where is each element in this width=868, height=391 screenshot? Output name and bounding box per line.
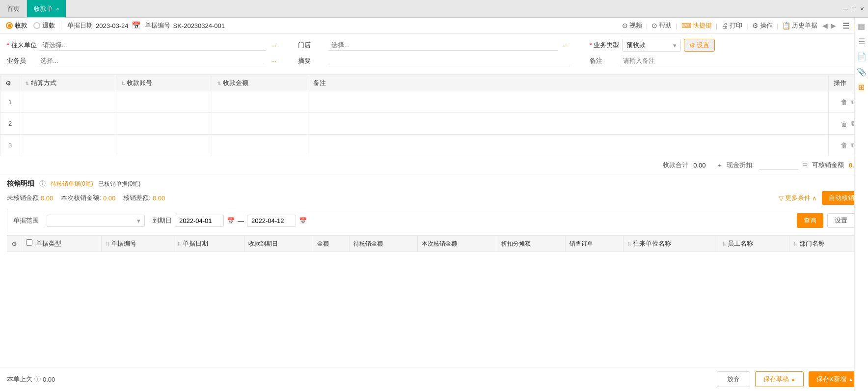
note-input[interactable] — [620, 56, 861, 66]
account-1[interactable] — [116, 91, 212, 113]
delete-icon-3[interactable]: 🗑 — [841, 141, 847, 149]
date-range-dash: — — [238, 217, 244, 224]
tab-receipt[interactable]: 收款单 × — [27, 0, 66, 17]
radio-refund-dot — [33, 22, 40, 29]
summary-label: 摘要 — [298, 56, 326, 65]
amount-input-3[interactable] — [212, 135, 308, 156]
settlement-input-3[interactable] — [20, 135, 116, 156]
form-row-1: 往来单位 ··· 门店 ··· 业务类型 预收款 ▾ ⚙ 设置 — [7, 39, 861, 52]
bill-value: 0.00 — [43, 376, 55, 383]
video-btn[interactable]: ⊙ 视频 — [622, 21, 642, 30]
settlement-input-1[interactable] — [20, 91, 116, 112]
window-min-icon[interactable]: ─ — [843, 5, 848, 13]
account-3[interactable] — [116, 135, 212, 156]
note-3[interactable] — [308, 135, 828, 156]
delete-icon-1[interactable]: 🗑 — [841, 98, 847, 106]
sidebar-icon-3[interactable]: 📄 — [857, 52, 867, 61]
history-btn[interactable]: 📋 历史单据 — [782, 21, 817, 30]
number-value: SK-20230324-001 — [173, 22, 225, 29]
settlement-3[interactable] — [20, 135, 116, 156]
col-current-header: 本次核销金额 — [418, 236, 497, 252]
salesperson-more-icon[interactable]: ··· — [269, 57, 278, 65]
plus-sign: + — [718, 162, 722, 169]
nav-next-icon[interactable]: ▶ — [830, 22, 837, 29]
salesperson-input[interactable] — [37, 56, 266, 66]
account-input-2[interactable] — [116, 113, 212, 134]
counterpart-label: 往来单位 — [7, 41, 37, 50]
right-sidebar: ▦ ☰ 📄 📎 ⊞ — [854, 18, 868, 391]
store-input[interactable] — [328, 40, 557, 51]
radio-refund[interactable]: 退款 — [33, 21, 55, 30]
settings-button[interactable]: ⚙ 设置 — [684, 39, 715, 52]
date-from-input[interactable] — [175, 215, 224, 227]
settlement-1[interactable] — [20, 91, 116, 113]
settlement-2[interactable] — [20, 113, 116, 135]
summary-input[interactable] — [328, 56, 570, 66]
amount-input-1[interactable] — [212, 91, 308, 112]
amount-input-2[interactable] — [212, 113, 308, 134]
calendar-from-icon[interactable]: 📅 — [227, 217, 235, 224]
table-settings-col[interactable]: ⚙ — [0, 75, 20, 91]
unverified-value: 0.00 — [41, 195, 53, 202]
tab-close-icon[interactable]: × — [56, 6, 59, 12]
date-to-input[interactable] — [247, 215, 296, 227]
amount-1[interactable] — [212, 91, 308, 113]
setting-button[interactable]: 设置 — [827, 213, 855, 228]
note-input-1[interactable] — [308, 91, 828, 112]
amount-3[interactable] — [212, 135, 308, 156]
verify-info-icon[interactable]: ⓘ — [39, 179, 46, 188]
select-all-checkbox[interactable] — [26, 239, 32, 246]
more-filter-btn[interactable]: ▽ 更多条件 ∧ — [779, 194, 817, 202]
calendar-icon[interactable]: 📅 — [132, 21, 141, 30]
bottom-settings-icon[interactable]: ⚙ — [11, 240, 17, 248]
tab-done[interactable]: 已核销单据(0笔) — [98, 180, 141, 188]
row-num-2: 2 — [0, 113, 20, 135]
business-type-select[interactable]: 预收款 ▾ — [622, 39, 681, 52]
history-icon: 📋 — [782, 22, 790, 29]
tab-pending[interactable]: 待核销单据(0笔) — [51, 180, 93, 188]
col-type-header: 单据类型 — [22, 236, 102, 252]
operation-btn[interactable]: ⚙ 操作 — [752, 21, 773, 30]
list-view-icon[interactable]: ☰ — [841, 21, 851, 30]
save-new-button[interactable]: 保存&新增 ▲ — [809, 371, 861, 387]
note-1[interactable] — [308, 91, 828, 113]
radio-receive[interactable]: 收款 — [6, 21, 27, 30]
window-max-icon[interactable]: □ — [852, 5, 856, 13]
diff-label: 核销差额: — [123, 194, 151, 202]
sidebar-icon-2[interactable]: ☰ — [858, 37, 865, 46]
help-btn[interactable]: ⊙ 帮助 — [651, 21, 672, 30]
note-2[interactable] — [308, 113, 828, 135]
print-btn[interactable]: 🖨 打印 — [721, 21, 742, 30]
window-close-icon[interactable]: × — [860, 5, 864, 13]
sidebar-icon-1[interactable]: ▦ — [858, 22, 865, 31]
account-2[interactable] — [116, 113, 212, 135]
delete-icon-2[interactable]: 🗑 — [841, 120, 847, 128]
sidebar-icon-4[interactable]: 📎 — [857, 67, 867, 77]
tab-receipt-label: 收款单 — [34, 4, 53, 13]
shortcut-btn[interactable]: ⌨ 快捷键 — [681, 21, 712, 30]
query-button[interactable]: 查询 — [797, 213, 823, 228]
sidebar-icon-5[interactable]: ⊞ — [858, 83, 865, 92]
footer: 本单上欠 ⓘ 0.00 放弃 保存草稿 ▲ 保存&新增 ▲ — [0, 367, 868, 391]
amount-2[interactable] — [212, 113, 308, 135]
tab-home[interactable]: 首页 — [0, 0, 27, 17]
filter-select[interactable]: ▾ — [47, 215, 145, 227]
nav-prev-icon[interactable]: ◀ — [821, 22, 829, 29]
note-input-2[interactable] — [308, 113, 828, 134]
counterpart-input[interactable] — [40, 40, 267, 51]
save-draft-button[interactable]: 保存草稿 ▲ — [755, 371, 804, 387]
counterpart-more-icon[interactable]: ··· — [269, 42, 278, 49]
account-input-1[interactable] — [116, 91, 212, 112]
note-input-3[interactable] — [308, 135, 828, 156]
settlement-input-2[interactable] — [20, 113, 116, 134]
calendar-to-icon[interactable]: 📅 — [299, 217, 307, 224]
counterpart-field: 往来单位 ··· — [7, 40, 278, 51]
discount-input[interactable] — [759, 160, 798, 170]
bill-info-label: 本单上欠 — [7, 375, 32, 384]
bottom-table-wrapper: ⚙ 单据类型 ⇅ 单据编号 ⇅ 单据日期 — [7, 235, 861, 367]
shortcut-icon: ⌨ — [681, 22, 691, 29]
account-input-3[interactable] — [116, 135, 212, 156]
store-more-icon[interactable]: ··· — [561, 42, 570, 49]
abandon-button[interactable]: 放弃 — [717, 371, 750, 387]
radio-refund-label: 退款 — [42, 21, 55, 30]
